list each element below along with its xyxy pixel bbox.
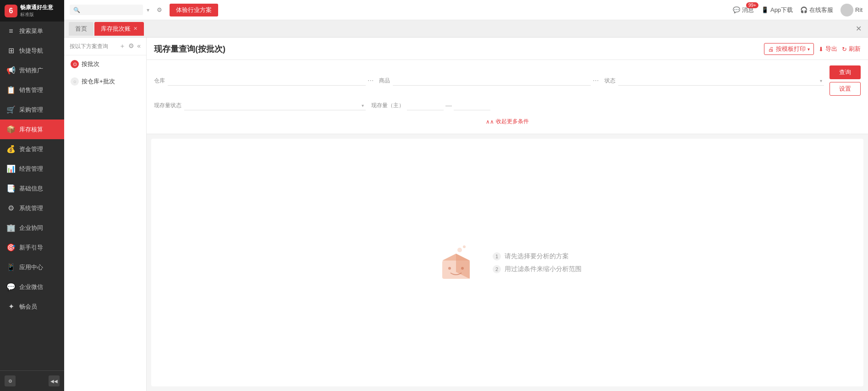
scheme-settings-btn[interactable]: ⚙ <box>128 42 134 50</box>
dropdown-arrow-icon[interactable]: ▾ <box>147 7 149 13</box>
stock-status-select[interactable] <box>184 100 366 110</box>
topbar-input-area[interactable]: 🔍 <box>70 5 143 15</box>
stock-qty-label: 现存量（主） <box>371 102 404 109</box>
settings-bottom-btn[interactable]: ⚙ <box>5 375 16 386</box>
sidebar-item-label: 基础信息 <box>19 185 43 193</box>
message-badge: 99+ <box>746 2 758 8</box>
status-select-wrap <box>618 76 824 86</box>
chevron-up-icon: ∧∧ <box>486 119 494 125</box>
user-avatar <box>841 4 853 16</box>
sidebar-item-newuser[interactable]: 🎯 新手引导 <box>0 238 64 257</box>
filter-row-1: 仓库 ··· 商品 ··· 状态 <box>154 65 861 96</box>
query-btn[interactable]: 查询 <box>830 65 861 79</box>
company-name: 畅康通好生意 <box>20 4 53 11</box>
sidebar-item-label: 营销推广 <box>19 66 43 75</box>
filter-row-2: 现存量状态 现存量（主） — <box>154 100 861 110</box>
tab-close-icon[interactable]: ✕ <box>133 26 137 32</box>
add-scheme-btn[interactable]: ＋ <box>119 42 126 50</box>
empty-state: 1 请先选择要分析的方案 2 用过滤条件来缩小分析范围 <box>151 139 863 386</box>
sidebar-item-search[interactable]: ≡ 搜索菜单 <box>0 22 64 41</box>
main-header: 现存量查询(按批次) 🖨 按模板打印 ▾ ⬇ 导出 ↻ 刷新 <box>147 38 868 60</box>
user-avatar-btn[interactable]: Rit <box>841 4 863 16</box>
sidebar-item-purchase[interactable]: 🛒 采购管理 <box>0 100 64 119</box>
close-all-tabs-btn[interactable]: ✕ <box>854 22 863 35</box>
operations-icon: 📊 <box>6 164 16 173</box>
sidebar-item-enterprise[interactable]: 🏢 企业协同 <box>0 218 64 238</box>
app-logo: 6 <box>5 5 17 17</box>
settings-btn[interactable]: 设置 <box>830 82 861 96</box>
tab-home[interactable]: 首页 <box>69 22 93 36</box>
scheme-item-batch[interactable]: ⊙ 按批次 <box>64 55 146 73</box>
collapse-panel-btn[interactable]: « <box>137 42 141 50</box>
print-btn[interactable]: 🖨 按模板打印 ▾ <box>764 43 814 55</box>
apps-icon: 📱 <box>6 263 16 272</box>
sidebar-item-label: 经营管理 <box>19 165 43 173</box>
enterprise-icon: 🏢 <box>6 223 16 232</box>
sales-icon: 📋 <box>6 86 16 94</box>
newuser-icon: 🎯 <box>6 243 16 252</box>
sidebar-item-quick-nav[interactable]: ⊞ 快捷导航 <box>0 41 64 60</box>
topbar: 🔍 ▾ ⚙ 体验行业方案 💬 消息 99+ 📱 App下载 🎧 在线客服 Rit <box>64 0 868 20</box>
status-select[interactable] <box>618 76 824 86</box>
product-input[interactable] <box>393 76 591 86</box>
scheme-inactive-icon: ○ <box>71 77 79 86</box>
collapse-sidebar-btn[interactable]: ◀◀ <box>49 375 60 386</box>
sidebar-item-basics[interactable]: 📑 基础信息 <box>0 179 64 198</box>
sidebar-item-vip[interactable]: ✦ 畅会员 <box>0 297 64 316</box>
svg-point-5 <box>457 248 462 252</box>
trial-btn[interactable]: 体验行业方案 <box>170 4 218 16</box>
phone-icon: 📱 <box>761 6 769 13</box>
sidebar-item-system[interactable]: ⚙ 系统管理 <box>0 198 64 218</box>
filter-area: 仓库 ··· 商品 ··· 状态 <box>147 60 868 134</box>
sidebar-item-operations[interactable]: 📊 经营管理 <box>0 159 64 179</box>
weixin-icon: 💬 <box>6 282 16 291</box>
tab-batch-label: 库存批次账 <box>101 25 131 33</box>
scheme-item-warehouse-batch[interactable]: ○ 按仓库+批次 <box>64 73 146 90</box>
stock-qty-max-input[interactable] <box>454 100 490 110</box>
sidebar-bottom: ⚙ ◀◀ <box>0 370 64 391</box>
sidebar-item-label: 销售管理 <box>19 86 43 94</box>
basics-icon: 📑 <box>6 184 16 193</box>
app-download-btn[interactable]: 📱 App下载 <box>761 6 793 14</box>
warehouse-more-icon[interactable]: ··· <box>368 76 374 85</box>
topbar-search-input[interactable] <box>82 6 128 13</box>
collapse-more-btn[interactable]: ∧∧ 收起更多条件 <box>154 115 861 128</box>
sidebar-item-weixin[interactable]: 💬 企业微信 <box>0 277 64 297</box>
tab-batch-account[interactable]: 库存批次账 ✕ <box>94 22 144 36</box>
print-dropdown-icon[interactable]: ▾ <box>808 47 810 52</box>
svg-point-3 <box>448 267 451 270</box>
export-btn[interactable]: ⬇ 导出 <box>819 45 837 53</box>
message-btn[interactable]: 💬 消息 99+ <box>733 6 754 14</box>
product-label: 商品 <box>379 77 390 85</box>
sidebar-item-label: 资金管理 <box>19 145 43 153</box>
quick-nav-icon: ⊞ <box>6 46 16 55</box>
empty-tips: 1 请先选择要分析的方案 2 用过滤条件来缩小分析范围 <box>493 252 582 273</box>
scheme-label: 按批次 <box>82 60 99 68</box>
stock-qty-min-input[interactable] <box>407 100 444 110</box>
service-btn[interactable]: 🎧 在线客服 <box>800 6 833 14</box>
product-more-icon[interactable]: ··· <box>593 76 599 85</box>
empty-state-content: 1 请先选择要分析的方案 2 用过滤条件来缩小分析范围 <box>433 240 582 286</box>
left-panel-actions: ＋ ⚙ « <box>119 42 141 50</box>
filter-actions: 查询 设置 <box>830 65 861 96</box>
header-actions: 🖨 按模板打印 ▾ ⬇ 导出 ↻ 刷新 <box>764 43 861 55</box>
stock-status-label: 现存量状态 <box>154 102 181 109</box>
sidebar-item-marketing[interactable]: 📢 营销推广 <box>0 60 64 80</box>
sidebar-item-label: 快捷导航 <box>19 47 43 55</box>
tip-num-1: 1 <box>493 252 501 261</box>
sidebar-item-finance[interactable]: 💰 资金管理 <box>0 139 64 159</box>
page-title: 现存量查询(按批次) <box>154 43 225 54</box>
status-field: 状态 <box>604 76 824 86</box>
sidebar-item-apps[interactable]: 📱 应用中心 <box>0 257 64 277</box>
purchase-icon: 🛒 <box>6 105 16 114</box>
sidebar-item-label: 搜索菜单 <box>19 27 43 35</box>
sidebar-item-inventory[interactable]: 📦 库存核算 <box>0 119 64 139</box>
sidebar-item-sales[interactable]: 📋 销售管理 <box>0 80 64 100</box>
sidebar-item-label: 应用中心 <box>19 263 43 272</box>
stock-qty-field: 现存量（主） — <box>371 100 583 110</box>
scheme-label: 按仓库+批次 <box>82 77 115 86</box>
topbar-settings-btn[interactable]: ⚙ <box>153 4 166 16</box>
refresh-btn[interactable]: ↻ 刷新 <box>842 45 861 53</box>
warehouse-input[interactable] <box>168 76 366 86</box>
main-panel: 现存量查询(按批次) 🖨 按模板打印 ▾ ⬇ 导出 ↻ 刷新 <box>147 38 868 391</box>
